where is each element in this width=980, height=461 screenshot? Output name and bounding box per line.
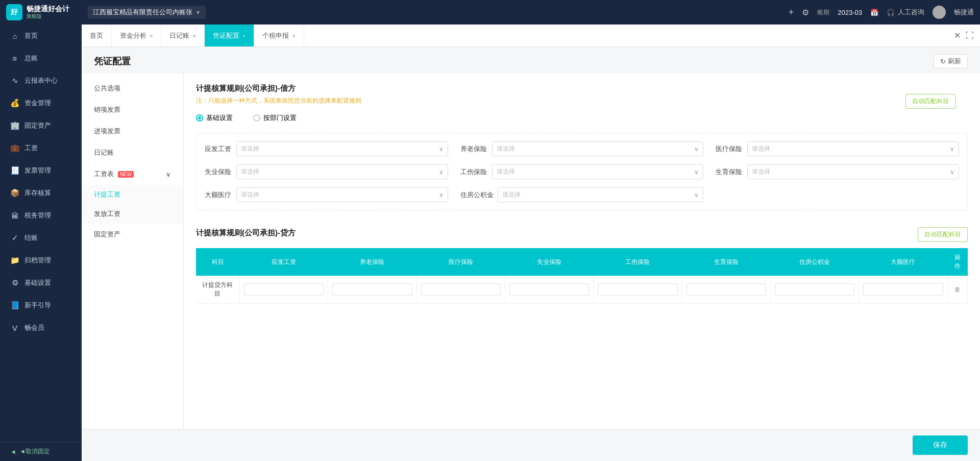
sidebar-item-fund-management[interactable]: 💰 资金管理 — [0, 92, 82, 114]
cell-housing-fund[interactable] — [770, 276, 859, 304]
company-selector[interactable]: 江西服宝精品有限责任公司内账张 ▼ — [88, 6, 206, 19]
radio-by-department[interactable]: 按部门设置 — [253, 113, 297, 123]
input-housing-fund[interactable] — [775, 283, 854, 296]
input-unemployment[interactable] — [509, 283, 589, 296]
cell-pension[interactable] — [328, 276, 416, 304]
sidebar-item-invoice[interactable]: 🧾 发票管理 — [0, 159, 82, 182]
input-injury[interactable] — [598, 283, 677, 296]
company-name: 江西服宝精品有限责任公司内账张 — [93, 8, 192, 17]
left-nav-sub-provision[interactable]: 计提工资 — [82, 185, 183, 204]
cell-medical[interactable] — [416, 276, 505, 304]
tab-voucher-config[interactable]: 凭证配置 × — [205, 25, 254, 46]
sidebar-item-close[interactable]: ✓ 结账 — [0, 227, 82, 249]
sidebar-item-archive[interactable]: 📁 归档管理 — [0, 249, 82, 272]
tab-label: 资金分析 — [120, 31, 146, 40]
select-large-medical[interactable]: 请选择 ∨ — [236, 187, 448, 202]
cell-large-medical[interactable] — [859, 276, 947, 304]
close-icon[interactable]: × — [292, 33, 295, 39]
col-pension: 养老保险 — [328, 248, 416, 276]
cell-operation[interactable]: 🗑 — [947, 276, 967, 304]
close-icon[interactable]: × — [242, 33, 246, 39]
select-gross-salary[interactable]: 请选择 ∨ — [236, 141, 448, 156]
left-nav-item-sales-invoice[interactable]: 销项发票 — [82, 99, 183, 120]
sidebar-item-inventory[interactable]: 📦 库存核算 — [0, 182, 82, 204]
left-nav-item-public[interactable]: 公共选项 — [82, 78, 183, 99]
radio-basic-settings[interactable]: 基础设置 — [196, 113, 233, 123]
sidebar-item-salary[interactable]: 💼 工资 — [0, 137, 82, 159]
select-placeholder: 请选择 — [241, 190, 259, 199]
select-pension[interactable]: 请选择 ∨ — [492, 141, 704, 156]
tab-home[interactable]: 首页 — [82, 25, 112, 46]
sidebar-item-label: 归档管理 — [24, 256, 51, 265]
radio-circle-selected — [196, 114, 203, 122]
save-button[interactable]: 保存 — [913, 435, 968, 455]
tax-icon: 🏛 — [10, 211, 19, 220]
sidebar-item-label: 总账 — [24, 54, 38, 63]
cell-injury[interactable] — [594, 276, 682, 304]
settings-icon[interactable]: ⚙ — [802, 8, 809, 17]
select-housing-fund[interactable]: 请选择 ∨ — [498, 187, 704, 202]
left-nav-sub-pay[interactable]: 发放工资 — [82, 204, 183, 224]
input-pension[interactable] — [332, 283, 412, 296]
input-gross-salary[interactable] — [244, 283, 324, 296]
cell-unemployment[interactable] — [505, 276, 593, 304]
input-maternity[interactable] — [687, 283, 766, 296]
sidebar-item-home[interactable]: ⌂ 首页 — [0, 25, 82, 47]
add-button[interactable]: + — [789, 7, 794, 18]
tab-fund-analysis[interactable]: 资金分析 × — [112, 25, 161, 46]
input-medical[interactable] — [421, 283, 501, 296]
cell-maternity[interactable] — [682, 276, 770, 304]
sidebar-item-cloud-report[interactable]: ∿ 云报表中心 — [0, 69, 82, 92]
field-medical: 医疗保险 请选择 ∨ — [716, 141, 959, 156]
tab-bar: 首页 资金分析 × 日记账 × 凭证配置 × 个税申报 × ✕ ⛶ — [82, 25, 980, 47]
close-all-icon[interactable]: ✕ — [954, 31, 961, 40]
salary-icon: 💼 — [10, 143, 19, 153]
cell-gross-salary[interactable] — [239, 276, 328, 304]
select-unemployment[interactable]: 请选择 ∨ — [236, 164, 448, 179]
select-medical[interactable]: 请选择 ∨ — [747, 141, 959, 156]
building-icon: 🏢 — [10, 121, 19, 130]
save-bar: 保存 — [82, 429, 980, 461]
field-housing-fund: 住房公积金 请选择 ∨ — [460, 187, 704, 202]
ledger-icon: ≡ — [10, 54, 19, 63]
sidebar-item-fixed-assets[interactable]: 🏢 固定资产 — [0, 114, 82, 137]
delete-icon[interactable]: 🗑 — [954, 286, 961, 293]
sidebar-item-label: 固定资产 — [24, 121, 51, 130]
auto-match-debit-button[interactable]: 自动匹配科目 — [905, 94, 955, 109]
left-nav-item-diary[interactable]: 日记账 — [82, 142, 183, 163]
refresh-button[interactable]: ↻ 刷新 — [934, 54, 968, 68]
field-label: 医疗保险 — [716, 144, 743, 154]
tab-diary[interactable]: 日记账 × — [161, 25, 204, 46]
sidebar-item-tax[interactable]: 🏛 税务管理 — [0, 204, 82, 227]
cancel-pin-button[interactable]: ◄ ◄取消固定 — [0, 442, 82, 461]
input-large-medical[interactable] — [863, 283, 943, 296]
cell-subject-label: 计提贷方科目 — [196, 276, 239, 304]
sidebar-item-guide[interactable]: 📘 新手引导 — [0, 294, 82, 317]
field-unemployment: 失业保险 请选择 ∨ — [205, 164, 448, 179]
sidebar-item-general-ledger[interactable]: ≡ 总账 — [0, 47, 82, 69]
username: 畅捷通 — [954, 8, 974, 17]
user-service[interactable]: 🎧 人工咨询 — [887, 8, 924, 17]
tab-label: 凭证配置 — [213, 31, 239, 40]
select-maternity[interactable]: 请选择 ∨ — [747, 164, 959, 179]
left-nav-item-fixed-assets[interactable]: 固定资产 — [82, 224, 183, 245]
left-nav-item-purchase-invoice[interactable]: 进项发票 — [82, 120, 183, 142]
expand-icon[interactable]: ⛶ — [966, 31, 974, 40]
close-icon[interactable]: × — [192, 33, 195, 39]
vip-icon: V — [10, 324, 19, 332]
credit-section-title: 计提核算规则(公司承担)-贷方 — [196, 228, 296, 238]
col-large-medical: 大额医疗 — [859, 248, 947, 276]
chevron-down-icon: ∨ — [950, 168, 954, 176]
calendar-icon[interactable]: 📅 — [870, 9, 878, 16]
radio-circle — [253, 114, 260, 122]
tab-end-actions: ✕ ⛶ — [948, 31, 980, 40]
select-placeholder: 请选择 — [752, 144, 770, 153]
auto-match-credit-button[interactable]: 自动匹配科目 — [918, 227, 968, 242]
close-icon[interactable]: × — [150, 33, 153, 39]
sidebar-item-basic-settings[interactable]: ⚙ 基础设置 — [0, 272, 82, 294]
tab-tax-declaration[interactable]: 个税申报 × — [254, 25, 304, 46]
select-injury[interactable]: 请选择 ∨ — [492, 164, 704, 179]
left-nav-group-salary-table[interactable]: 工资表 NEW ∨ — [82, 163, 183, 185]
sidebar-item-vip[interactable]: V 畅会员 — [0, 317, 82, 339]
sidebar-item-label: 发票管理 — [24, 166, 51, 175]
